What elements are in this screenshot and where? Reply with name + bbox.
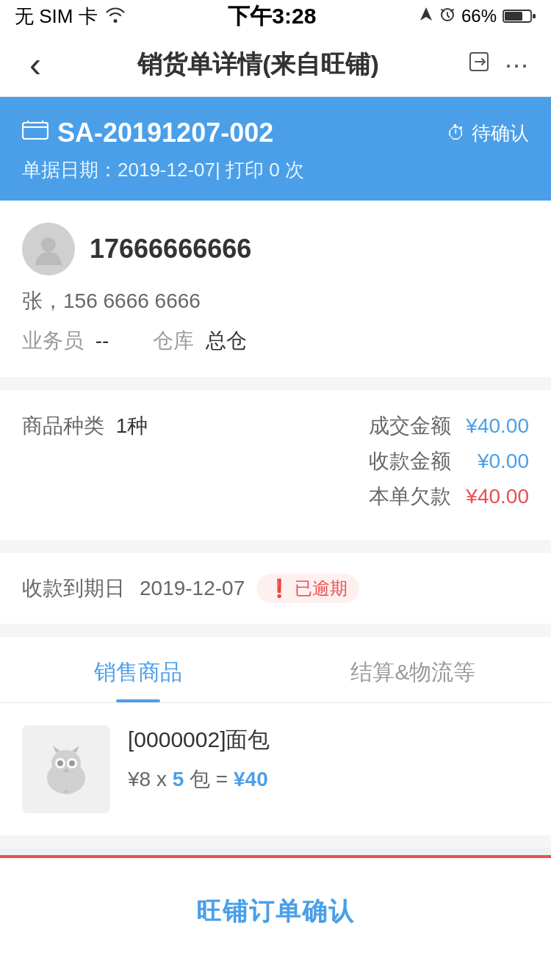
overdue-badge: ❗ 已逾期 (256, 574, 359, 603)
product-price: ¥8 x 5 包 = ¥40 (128, 765, 529, 793)
amount-value: ¥40.00 (466, 414, 529, 438)
svg-rect-2 (505, 12, 522, 21)
svg-rect-3 (533, 14, 536, 18)
status-clock-icon: ⏱ (447, 122, 466, 145)
product-info: [0000002]面包 ¥8 x 5 包 = ¥40 (128, 725, 529, 793)
tab-settlement[interactable]: 结算&物流等 (276, 637, 551, 702)
warehouse-info: 仓库 总仓 (153, 327, 247, 355)
alarm-icon (439, 6, 455, 26)
order-id-row: SA-20191207-002 ⏱ 待确认 (22, 118, 529, 148)
product-img-placeholder: + (37, 740, 96, 799)
summary-right: 成交金额 ¥40.00 收款金额 ¥0.00 本单欠款 ¥40.00 (369, 412, 529, 518)
customer-name: 张，156 6666 6666 (22, 287, 529, 315)
nav-bar: ‹ 销货单详情(来自旺铺) ··· (0, 32, 551, 97)
confirm-btn-wrap: 旺铺订单确认 (0, 855, 551, 980)
summary-left: 商品种类 1种 (22, 412, 148, 440)
svg-text:+: + (63, 785, 69, 797)
overdue-icon: ❗ (268, 578, 290, 599)
tabs: 销售商品 结算&物流等 (0, 637, 551, 703)
received-value: ¥0.00 (478, 450, 529, 473)
product-image: + (22, 725, 110, 813)
carrier-text: 无 SIM 卡 (15, 4, 98, 29)
status-bar: 无 SIM 卡 下午3:28 (0, 0, 551, 32)
page-title: 销货单详情(来自旺铺) (137, 48, 379, 82)
customer-phone: 17666666666 (90, 234, 251, 264)
order-header: SA-20191207-002 ⏱ 待确认 单据日期：2019-12-07| 打… (0, 97, 551, 201)
empty-space (0, 849, 551, 855)
back-button[interactable]: ‹ (22, 37, 48, 92)
payment-due-section: 收款到期日 2019-12-07 ❗ 已逾期 (0, 553, 551, 624)
tab-products[interactable]: 销售商品 (0, 637, 276, 702)
status-right: 66% (419, 6, 536, 26)
order-icon (22, 118, 48, 148)
owed-row: 本单欠款 ¥40.00 (369, 483, 529, 511)
order-status: ⏱ 待确认 (447, 120, 529, 146)
confirm-button[interactable]: 旺铺订单确认 (22, 873, 529, 951)
status-left: 无 SIM 卡 (15, 4, 126, 29)
time-display: 下午3:28 (228, 1, 316, 32)
owed-value: ¥40.00 (466, 485, 529, 508)
amount-row: 成交金额 ¥40.00 (369, 412, 529, 440)
product-item: + [0000002]面包 ¥8 x 5 包 = ¥40 (22, 725, 529, 813)
share-icon[interactable] (468, 51, 490, 78)
svg-point-13 (57, 760, 63, 766)
nav-actions: ··· (468, 49, 529, 80)
wifi-icon (105, 5, 126, 28)
sales-info: 业务员 -- (22, 327, 109, 355)
battery-text: 66% (461, 6, 497, 26)
svg-rect-5 (23, 123, 48, 139)
product-section: + [0000002]面包 ¥8 x 5 包 = ¥40 (0, 703, 551, 835)
product-name: [0000002]面包 (128, 725, 529, 755)
received-row: 收款金额 ¥0.00 (369, 447, 529, 475)
order-id: SA-20191207-002 (22, 118, 273, 148)
more-icon[interactable]: ··· (505, 49, 529, 80)
location-icon (419, 6, 433, 26)
customer-meta: 业务员 -- 仓库 总仓 (22, 327, 529, 355)
svg-point-6 (41, 237, 56, 252)
order-date: 单据日期：2019-12-07| 打印 0 次 (22, 157, 529, 183)
customer-section: 17666666666 张，156 6666 6666 业务员 -- 仓库 总仓 (0, 201, 551, 377)
summary-section: 商品种类 1种 成交金额 ¥40.00 收款金额 ¥0.00 本单欠款 ¥40.… (0, 390, 551, 540)
svg-point-14 (69, 760, 75, 766)
avatar (22, 223, 75, 275)
battery-icon (503, 8, 536, 24)
customer-top: 17666666666 (22, 223, 529, 275)
